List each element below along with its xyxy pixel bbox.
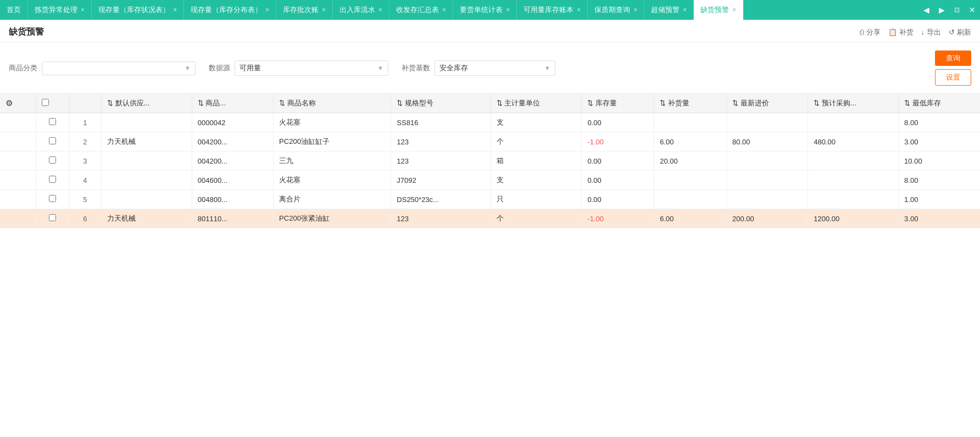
tab-close-10[interactable]: × <box>683 6 687 14</box>
cell-spec-4: DS250*23c... <box>391 190 491 209</box>
tab-close-11[interactable]: × <box>732 6 736 14</box>
settings-button[interactable]: 设置 <box>935 69 971 86</box>
cell-spec-1: 123 <box>391 132 491 152</box>
tab-item-8[interactable]: 可用量库存账本× <box>517 0 588 20</box>
row-checkbox-5[interactable] <box>49 214 56 221</box>
cell-estimated_purchase-4 <box>808 190 899 209</box>
cell-min_stock-4: 1.00 <box>899 190 980 209</box>
datasource-select[interactable]: 可用量 ▼ <box>235 60 388 76</box>
col-product_name[interactable]: ⇅ 商品名称 <box>274 94 391 113</box>
cell-default_supplier-1: 力天机械 <box>102 132 192 152</box>
tab-restore-btn[interactable]: ⊡ <box>949 0 965 20</box>
cell-product_name-0: 火花塞 <box>274 113 391 132</box>
tab-close-3[interactable]: × <box>265 6 269 14</box>
row-checkbox-cell-4[interactable] <box>36 190 69 209</box>
row-checkbox-cell-1[interactable] <box>36 132 69 152</box>
cell-latest_price-2 <box>727 152 808 171</box>
category-select-value <box>47 64 49 72</box>
col-product_code[interactable]: ⇅ 商品... <box>192 94 273 113</box>
tab-close-9[interactable]: × <box>633 6 637 14</box>
col-min_stock[interactable]: ⇅ 最低库存 <box>899 94 980 113</box>
refresh-icon: ↺ <box>949 28 955 36</box>
tab-item-11[interactable]: 缺货预警× <box>694 0 743 20</box>
category-select[interactable]: ▼ <box>42 61 196 75</box>
cell-spec-3: J7092 <box>391 171 491 190</box>
tab-close-6[interactable]: × <box>442 6 446 14</box>
cell-spec-5: 123 <box>391 209 491 228</box>
tab-item-1[interactable]: 拣货异常处理× <box>28 0 92 20</box>
replenish-base-select[interactable]: 安全库存 ▼ <box>435 60 555 76</box>
cell-product_code-5: 801110... <box>192 209 273 228</box>
cell-unit-3: 支 <box>491 171 582 190</box>
col-spec[interactable]: ⇅ 规格型号 <box>391 94 491 113</box>
col-gear[interactable]: ⚙ <box>0 94 36 113</box>
replenish-button[interactable]: 📋 补货 <box>888 27 914 37</box>
row-checkbox-4[interactable] <box>49 195 56 202</box>
tab-item-9[interactable]: 保质期查询× <box>588 0 644 20</box>
category-chevron-icon: ▼ <box>185 65 191 71</box>
replenish-base-chevron-icon: ▼ <box>544 65 550 71</box>
tab-item-2[interactable]: 现存量（库存状况表）× <box>92 0 184 20</box>
cell-stock-2: 0.00 <box>582 152 654 171</box>
tab-close-7[interactable]: × <box>506 6 510 14</box>
col-replenish_qty[interactable]: ⇅ 补货量 <box>654 94 727 113</box>
tab-item-3[interactable]: 现存量（库存分布表）× <box>184 0 276 20</box>
tab-close-2[interactable]: × <box>173 6 177 14</box>
cell-product_name-2: 三九 <box>274 152 391 171</box>
row-checkbox-cell-5[interactable] <box>36 209 69 228</box>
share-button[interactable]: ⎙ 分享 <box>860 27 881 37</box>
tab-item-7[interactable]: 要货单统计表× <box>453 0 517 20</box>
cell-estimated_purchase-0 <box>808 113 899 132</box>
tab-close-btn[interactable]: ✕ <box>965 0 980 20</box>
query-button[interactable]: 查询 <box>935 51 971 66</box>
row-checkbox-2[interactable] <box>49 156 56 164</box>
replenish-base-label: 补货基数 <box>402 63 430 73</box>
refresh-button[interactable]: ↺ 刷新 <box>949 27 971 37</box>
col-default_supplier[interactable]: ⇅ 默认供应... <box>102 94 192 113</box>
row-checkbox-3[interactable] <box>49 176 56 183</box>
col-latest_price[interactable]: ⇅ 最新进价 <box>727 94 808 113</box>
row-checkbox-cell-3[interactable] <box>36 171 69 190</box>
cell-spec-2: 123 <box>391 152 491 171</box>
tab-item-5[interactable]: 出入库流水× <box>333 0 389 20</box>
cell-default_supplier-4 <box>102 190 192 209</box>
header-actions: ⎙ 分享 📋 补货 ↓ 导出 ↺ 刷新 <box>860 27 972 37</box>
table-row: 10000042火花塞SS816支0.008.00 <box>0 113 980 132</box>
export-icon: ↓ <box>921 28 925 36</box>
tab-close-4[interactable]: × <box>322 6 326 14</box>
row-checkbox-cell-0[interactable] <box>36 113 69 132</box>
tab-item-10[interactable]: 超储预警× <box>644 0 694 20</box>
tab-close-1[interactable]: × <box>81 6 85 14</box>
tab-item-0[interactable]: 首页 <box>0 0 28 20</box>
table-row: 3004200...三九123箱0.0020.0010.00 <box>0 152 980 171</box>
replenish-base-filter-group: 补货基数 安全库存 ▼ <box>402 60 555 76</box>
select-all-checkbox[interactable] <box>42 99 49 106</box>
row-checkbox-cell-2[interactable] <box>36 152 69 171</box>
tab-close-8[interactable]: × <box>577 6 581 14</box>
cell-min_stock-5: 3.00 <box>899 209 980 228</box>
tab-item-6[interactable]: 收发存汇总表× <box>389 0 453 20</box>
col-unit[interactable]: ⇅ 主计量单位 <box>491 94 582 113</box>
cell-spec-0: SS816 <box>391 113 491 132</box>
tab-item-4[interactable]: 库存批次账× <box>276 0 333 20</box>
tab-close-5[interactable]: × <box>378 6 382 14</box>
cell-replenish_qty-1: 6.00 <box>654 132 727 152</box>
cell-estimated_purchase-5: 1200.00 <box>808 209 899 228</box>
col-stock[interactable]: ⇅ 库存量 <box>582 94 654 113</box>
cell-product_name-4: 离合片 <box>274 190 391 209</box>
row-checkbox-0[interactable] <box>49 118 56 125</box>
col-estimated_purchase[interactable]: ⇅ 预计采购... <box>808 94 899 113</box>
col-checkbox[interactable] <box>36 94 69 113</box>
table-row: 4004600...火花塞J7092支0.008.00 <box>0 171 980 190</box>
cell-default_supplier-2 <box>102 152 192 171</box>
cell-product_name-5: PC200张紧油缸 <box>274 209 391 228</box>
row-num-5: 6 <box>69 209 101 228</box>
tab-prev-btn[interactable]: ◀ <box>918 0 934 20</box>
replenish-base-select-value: 安全库存 <box>439 63 468 73</box>
cell-min_stock-0: 8.00 <box>899 113 980 132</box>
tab-next-btn[interactable]: ▶ <box>934 0 949 20</box>
export-button[interactable]: ↓ 导出 <box>921 27 942 37</box>
col-rownum <box>69 94 101 113</box>
filter-actions: 查询 设置 <box>935 51 971 86</box>
row-checkbox-1[interactable] <box>49 137 56 144</box>
